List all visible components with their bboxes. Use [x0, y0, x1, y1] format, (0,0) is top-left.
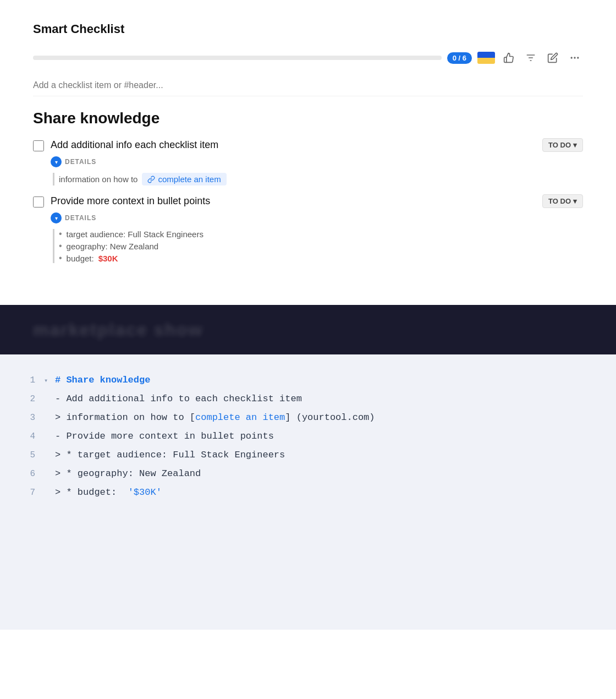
chevron-down-icon: ▾ [573, 141, 577, 149]
edit-button[interactable] [544, 50, 561, 66]
filter-button[interactable] [522, 50, 539, 66]
details-section-1: ▾ DETAILS information on how to complete… [51, 156, 583, 185]
checkbox-2[interactable] [33, 196, 44, 207]
line-number-4: 4 [22, 428, 44, 445]
details-label-2: DETAILS [65, 214, 96, 222]
line-content-5: > * target audience: Full Stack Engineer… [55, 446, 594, 465]
bullet-list: target audience: Full Stack Engineers ge… [59, 229, 583, 263]
code-line-5: 5 > * target audience: Full Stack Engine… [22, 446, 594, 465]
svg-point-5 [578, 57, 579, 58]
budget-code-value: '$30K' [128, 487, 162, 498]
list-item: budget: $30K [59, 253, 583, 263]
item-label-2: Provide more context in bullet points [51, 194, 536, 208]
todo-badge-1[interactable]: TO DO ▾ [542, 138, 583, 152]
line-number-1: 1 [22, 372, 44, 389]
details-section-2: ▾ DETAILS target audience: Full Stack En… [51, 212, 583, 263]
code-editor: 1 ▾ # Share knowledge 2 - Add additional… [22, 371, 594, 502]
budget-value: $30K [98, 254, 118, 263]
svg-point-3 [571, 57, 572, 58]
code-link: complete an item [195, 412, 285, 423]
item-label-1: Add additional info each checklist item [51, 138, 536, 152]
svg-point-4 [574, 57, 575, 58]
progress-bar [33, 56, 442, 60]
line-number-5: 5 [22, 446, 44, 464]
blurred-text: marketplace show [33, 320, 203, 340]
line-content-3: > information on how to [complete an ite… [55, 408, 594, 427]
toolbar: 0 / 6 [33, 50, 583, 66]
line-number-2: 2 [22, 390, 44, 408]
link-icon [147, 176, 155, 183]
line-content-6: > * geography: New Zealand [55, 465, 594, 483]
ukraine-flag-icon [477, 52, 495, 64]
details-content-1: information on how to complete an item [53, 173, 583, 185]
progress-badge: 0 / 6 [447, 52, 472, 64]
add-item-input[interactable] [33, 75, 583, 96]
details-chevron-icon-2: ▾ [51, 212, 62, 223]
code-line-7: 7 > * budget: '$30K' [22, 483, 594, 502]
code-line-4: 4 - Provide more context in bullet point… [22, 427, 594, 446]
todo-badge-2[interactable]: TO DO ▾ [542, 194, 583, 208]
checklist-item-1: Add additional info each checklist item … [33, 138, 583, 185]
details-toggle-2[interactable]: ▾ DETAILS [51, 212, 583, 223]
code-line-3: 3 > information on how to [complete an i… [22, 408, 594, 427]
line-number-6: 6 [22, 465, 44, 483]
line-content-7: > * budget: '$30K' [55, 483, 594, 502]
line-content-1: # Share knowledge [55, 371, 594, 390]
section-title: Share knowledge [33, 110, 583, 127]
checkbox-1[interactable] [33, 140, 44, 151]
more-button[interactable] [566, 50, 583, 66]
line-content-4: - Provide more context in bullet points [55, 427, 594, 446]
code-line-1: 1 ▾ # Share knowledge [22, 371, 594, 390]
line-toggle-1[interactable]: ▾ [44, 374, 55, 387]
details-content-2: target audience: Full Stack Engineers ge… [53, 229, 583, 263]
line-number-3: 3 [22, 409, 44, 427]
list-item: target audience: Full Stack Engineers [59, 229, 583, 239]
details-text-1: information on how to complete an item [59, 173, 583, 185]
list-item: geography: New Zealand [59, 241, 583, 251]
details-chevron-icon-1: ▾ [51, 156, 62, 167]
divider-section: marketplace show [0, 305, 616, 354]
checklist-item-2: Provide more context in bullet points TO… [33, 194, 583, 263]
line-number-7: 7 [22, 484, 44, 501]
app-title: Smart Checklist [33, 22, 583, 36]
complete-item-link[interactable]: complete an item [142, 173, 226, 185]
like-button[interactable] [501, 50, 517, 66]
code-line-2: 2 - Add additional info to each checklis… [22, 390, 594, 408]
chevron-down-icon-2: ▾ [573, 197, 577, 205]
code-editor-section: 1 ▾ # Share knowledge 2 - Add additional… [0, 354, 616, 630]
details-label-1: DETAILS [65, 158, 96, 166]
details-toggle-1[interactable]: ▾ DETAILS [51, 156, 583, 167]
line-content-2: - Add additional info to each checklist … [55, 390, 594, 408]
code-line-6: 6 > * geography: New Zealand [22, 465, 594, 483]
top-section: Smart Checklist 0 / 6 [0, 0, 616, 305]
